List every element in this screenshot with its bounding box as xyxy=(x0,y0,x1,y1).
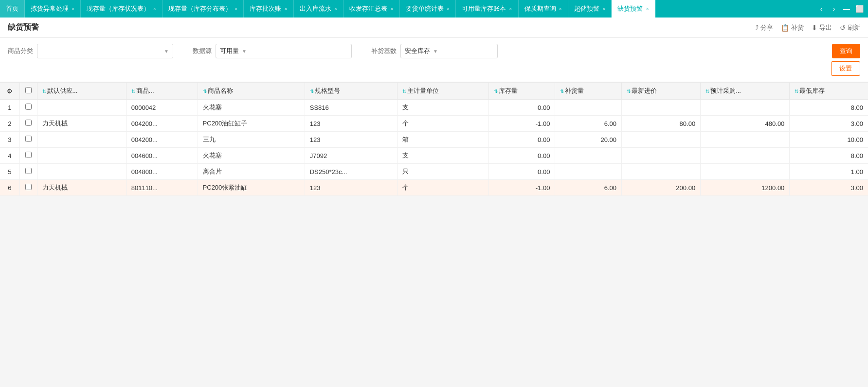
close-icon-order-stats[interactable]: × xyxy=(447,6,450,12)
row-spec: 123 xyxy=(305,116,398,132)
table-row: 4 004600... 火花塞 J7092 支 0.00 8.00 xyxy=(0,148,868,164)
nav-label-overstock: 超储预警 xyxy=(574,4,599,13)
row-spec: 123 xyxy=(305,132,398,148)
nav-item-batch-account[interactable]: 库存批次账 × xyxy=(244,0,293,18)
column-name[interactable]: ⇅商品名称 xyxy=(198,83,305,100)
nav-item-shortage[interactable]: 缺货预警 × xyxy=(612,0,655,18)
datasource-select[interactable]: 可用量 ▼ xyxy=(216,44,352,58)
row-est-purchase xyxy=(701,164,790,180)
nav-item-inventory-dist[interactable]: 现存量（库存分布表） × xyxy=(163,0,244,18)
nav-item-inventory-status[interactable]: 现存量（库存状况表） × xyxy=(81,0,162,18)
nav-item-collect-summary[interactable]: 收发存汇总表 × xyxy=(344,0,399,18)
column-supplier[interactable]: ⇅默认供应... xyxy=(37,83,126,100)
row-supplier xyxy=(37,164,126,180)
close-icon-collect-summary[interactable]: × xyxy=(390,6,393,12)
row-code: 801110... xyxy=(126,180,198,196)
row-checkbox-cell[interactable] xyxy=(19,132,37,148)
settings-button[interactable]: 设置 xyxy=(831,61,860,76)
share-label: 分享 xyxy=(760,23,773,32)
row-restock xyxy=(555,100,622,116)
close-icon-inout-flow[interactable]: × xyxy=(334,6,337,12)
col-label-est-purchase: 预计采购... xyxy=(710,87,741,94)
row-est-purchase: 1200.00 xyxy=(701,180,790,196)
nav-item-order-stats[interactable]: 要货单统计表 × xyxy=(400,0,456,18)
row-unit: 支 xyxy=(398,100,488,116)
export-button[interactable]: ⬇ 导出 xyxy=(812,23,832,32)
col-label-supplier: 默认供应... xyxy=(47,87,78,94)
row-restock: 20.00 xyxy=(555,132,622,148)
column-restock[interactable]: ⇅补货量 xyxy=(555,83,622,100)
nav-minimize-button[interactable]: — xyxy=(841,3,852,15)
nav-item-avail-ledger[interactable]: 可用量库存账本 × xyxy=(456,0,518,18)
nav-maximize-button[interactable]: ⬜ xyxy=(853,3,865,15)
row-checkbox-cell[interactable] xyxy=(19,116,37,132)
close-icon-shortage[interactable]: × xyxy=(646,6,649,12)
data-table: ⚙ ⇅默认供应... ⇅商品... ⇅商品名称 ⇅规格型号 ⇅主计量单位 ⇅库存… xyxy=(0,82,868,196)
row-stock: -1.00 xyxy=(488,180,555,196)
datasource-label: 数据源 xyxy=(193,47,212,55)
row-code: 004200... xyxy=(126,132,198,148)
row-checkbox-5[interactable] xyxy=(25,184,32,190)
nav-item-inout-flow[interactable]: 出入库流水 × xyxy=(294,0,344,18)
share-button[interactable]: ⤴ 分享 xyxy=(755,23,773,32)
close-icon-inventory-dist[interactable]: × xyxy=(235,6,237,12)
category-label: 商品分类 xyxy=(8,47,33,55)
nav-controls: ‹ › — ⬜ xyxy=(813,3,868,15)
column-spec[interactable]: ⇅规格型号 xyxy=(305,83,398,100)
row-checkbox-0[interactable] xyxy=(25,104,32,110)
nav-label-inout-flow: 出入库流水 xyxy=(300,4,331,13)
column-latest-price[interactable]: ⇅最新进价 xyxy=(622,83,701,100)
row-unit: 箱 xyxy=(398,132,488,148)
nav-label-avail-ledger: 可用量库存账本 xyxy=(462,4,506,13)
close-icon-expiry-query[interactable]: × xyxy=(559,6,562,12)
row-checkbox-cell[interactable] xyxy=(19,164,37,180)
nav-prev-button[interactable]: ‹ xyxy=(815,3,827,15)
row-checkbox-1[interactable] xyxy=(25,120,32,126)
query-button[interactable]: 查询 xyxy=(832,44,860,58)
row-checkbox-cell[interactable] xyxy=(19,180,37,196)
nav-item-exception[interactable]: 拣货异常处理 × xyxy=(25,0,81,18)
restock-value: 安全库存 xyxy=(405,47,430,55)
row-latest-price xyxy=(622,148,701,164)
close-icon-avail-ledger[interactable]: × xyxy=(509,6,512,12)
close-icon-overstock[interactable]: × xyxy=(602,6,605,12)
nav-label-exception: 拣货异常处理 xyxy=(31,4,69,13)
close-icon-batch-account[interactable]: × xyxy=(284,6,287,12)
col-label-code: 商品... xyxy=(136,87,154,94)
row-checkbox-4[interactable] xyxy=(25,168,32,174)
row-spec: 123 xyxy=(305,180,398,196)
row-est-purchase xyxy=(701,100,790,116)
share-icon: ⤴ xyxy=(755,24,759,32)
row-min-stock: 1.00 xyxy=(790,164,868,180)
restock-button[interactable]: 📋 补货 xyxy=(781,23,804,32)
nav-item-expiry-query[interactable]: 保质期查询 × xyxy=(519,0,568,18)
row-checkbox-2[interactable] xyxy=(25,136,32,142)
row-min-stock: 3.00 xyxy=(790,180,868,196)
row-min-stock: 10.00 xyxy=(790,132,868,148)
select-all-checkbox[interactable] xyxy=(25,87,32,93)
column-stock[interactable]: ⇅库存量 xyxy=(488,83,555,100)
nav-next-button[interactable]: › xyxy=(828,3,840,15)
row-checkbox-cell[interactable] xyxy=(19,100,37,116)
restock-label: 补货基数 xyxy=(371,47,397,55)
row-checkbox-3[interactable] xyxy=(25,152,32,158)
close-icon-exception[interactable]: × xyxy=(72,6,74,12)
row-latest-price xyxy=(622,100,701,116)
nav-item-overstock[interactable]: 超储预警 × xyxy=(568,0,612,18)
nav-label-shortage: 缺货预警 xyxy=(617,4,643,13)
column-min-stock[interactable]: ⇅最低库存 xyxy=(790,83,868,100)
category-select[interactable]: ▼ xyxy=(37,44,173,58)
refresh-button[interactable]: ↺ 刷新 xyxy=(840,23,860,32)
nav-item-home[interactable]: 首页 xyxy=(0,0,25,18)
restock-select[interactable]: 安全库存 ▼ xyxy=(400,44,498,58)
column-est-purchase[interactable]: ⇅预计采购... xyxy=(701,83,790,100)
row-est-purchase xyxy=(701,148,790,164)
column-unit[interactable]: ⇅主计量单位 xyxy=(398,83,488,100)
close-icon-inventory-status[interactable]: × xyxy=(153,6,156,12)
row-checkbox-cell[interactable] xyxy=(19,148,37,164)
column-code[interactable]: ⇅商品... xyxy=(126,83,198,100)
row-restock: 6.00 xyxy=(555,116,622,132)
table-row: 1 0000042 火花塞 SS816 支 0.00 8.00 xyxy=(0,100,868,116)
row-stock: 0.00 xyxy=(488,148,555,164)
column-gear[interactable]: ⚙ xyxy=(0,83,19,100)
